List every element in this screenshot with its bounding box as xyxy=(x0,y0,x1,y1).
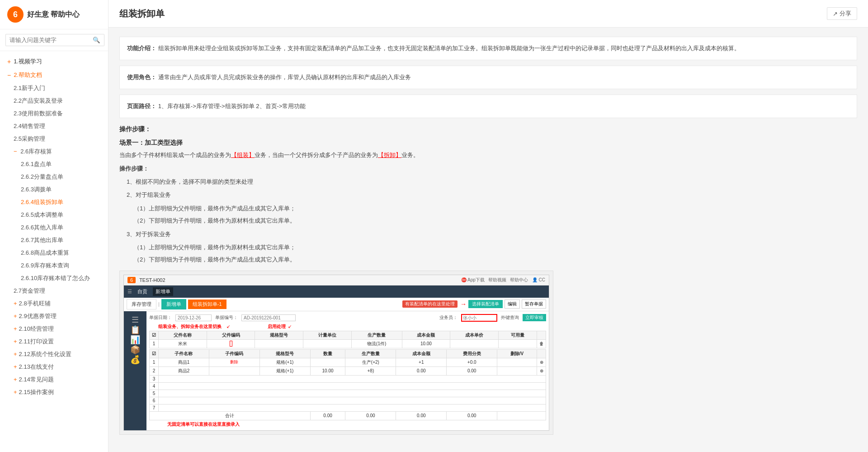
sidebar-item-purchase[interactable]: 2.5采购管理 xyxy=(14,133,108,145)
col-child-del: 删除/V xyxy=(497,349,537,358)
ss-body: ☰📋📊📦💰 单据日期： 单据编号： 业务员： xyxy=(124,311,549,430)
sidebar-item-sales[interactable]: 2.4销售管理 xyxy=(14,120,108,133)
col-unit: 计量单位 xyxy=(303,331,352,339)
table-row: 3 xyxy=(150,375,546,382)
sidebar-item-assembly[interactable]: 2.6.4组装拆卸单 xyxy=(21,196,108,209)
table-row: 6 xyxy=(150,397,546,404)
sidebar-item-docs[interactable]: − 2.帮助文档 xyxy=(0,68,108,82)
col-avail: 可用量 xyxy=(499,331,537,339)
sidebar-item-onlinepay[interactable]: +2.13在线支付 xyxy=(14,361,108,373)
col-child-name: 子件名称 xyxy=(159,349,209,358)
col-child-cost: 成本金额 xyxy=(396,349,447,358)
intro-block: 功能介绍： 组装拆卸单用来处理企业组装或拆卸等加工业务，支持有固定装配清单的产品… xyxy=(119,37,857,60)
sidebar: 6 好生意 帮助中心 🔍 + 1.视频学习 − 2.帮助文档 2.1新手入门 2… xyxy=(0,0,108,452)
screenshot-inner: 6 TEST-H002 ⛔ App下载 帮助视频 帮助中心 👤 CC ☰ 自贡 … xyxy=(123,275,549,431)
col-child-code: 子件编码 xyxy=(209,349,259,358)
ss-annotation2: 组装业务、拆卸业务在这里切换 xyxy=(158,324,222,329)
arrow-icon3: ↙ xyxy=(288,324,292,329)
arrow-icon1: → xyxy=(460,300,467,308)
sidebar-item-stockcheck[interactable]: 2.6.1盘点单 xyxy=(21,158,108,171)
path-block: 页面路径： 1、库存核算->库存管理->组装拆卸单 2、首页->常用功能 xyxy=(119,95,857,118)
step3-1: （1）上部明细为父件明细，最终作为原材料生成其它出库单； xyxy=(134,242,857,252)
ss-num-input[interactable] xyxy=(241,314,296,321)
step2: 2、对于组装业务 xyxy=(127,190,857,200)
search-area: 🔍 xyxy=(0,29,108,51)
sidebar-item-ops[interactable]: +2.10经营管理 xyxy=(14,323,108,335)
ss-select-btn[interactable]: 选择装配清单 xyxy=(468,300,503,308)
logo-area: 6 好生意 帮助中心 xyxy=(0,0,108,29)
sidebar-item-costrecalc[interactable]: 2.6.8商品成本重算 xyxy=(21,247,108,259)
ss-logo: 6 xyxy=(127,277,136,283)
share-button[interactable]: ↗ 分享 xyxy=(827,7,857,20)
search-input[interactable] xyxy=(5,34,89,46)
sidebar-item-inventory[interactable]: − 2.6库存核算 xyxy=(14,145,108,158)
col-unitcost: 成本单价 xyxy=(450,331,499,339)
col-spec: 规格型号 xyxy=(255,331,303,339)
search-button[interactable]: 🔍 xyxy=(89,34,104,46)
logo-text: 好生意 帮助中心 xyxy=(27,10,80,19)
col-qty: 生产数量 xyxy=(351,331,402,339)
sidebar-item-finance[interactable]: 2.7资金管理 xyxy=(14,285,108,297)
ss-annotation4: 无固定清单可以直接在这里直接录入 xyxy=(167,421,546,428)
role-block: 使用角色： 通常由生产人员或库管人员完成拆装业务的操作，库管人员确认原材料的出库… xyxy=(119,66,857,89)
ss-assembly-btn[interactable]: 组装拆卸单-1 xyxy=(188,300,226,309)
sidebar-item-cases[interactable]: +2.15操作案例 xyxy=(14,386,108,399)
sidebar-item-print[interactable]: +2.11打印设置 xyxy=(14,335,108,348)
ss-save-btn[interactable]: 暂存单据 xyxy=(522,300,546,309)
ops-steps-label: 操作步骤： xyxy=(119,163,857,174)
col-parent-name: 父件名称 xyxy=(159,331,207,339)
table-row: 1 米米 物流(1件) 10.00 🗑 xyxy=(150,339,546,348)
arrow-icon2: ↙ xyxy=(226,324,230,329)
sidebar-item-faq[interactable]: +2.14常见问题 xyxy=(14,373,108,386)
plus-icon: + xyxy=(7,58,11,65)
ss-tab-new[interactable]: 新增单 xyxy=(161,299,186,309)
ss-sidebar-icons: ☰📋📊📦💰 xyxy=(124,315,146,365)
ss-edit-btn[interactable]: 编辑 xyxy=(505,300,520,309)
col-check: ☑ xyxy=(150,331,159,339)
minus-icon-inventory: − xyxy=(14,148,17,155)
col-action xyxy=(537,331,546,339)
inventory-submenu: 2.6.1盘点单 2.6.2分量盘点单 2.6.3调拨单 2.6.4组装拆卸单 … xyxy=(14,158,108,285)
sidebar-item-personalize[interactable]: +2.12系统个性化设置 xyxy=(14,348,108,361)
docs-submenu: 2.1新手入门 2.2产品安装及登录 2.3使用前数据准备 2.4销售管理 2.… xyxy=(0,82,108,399)
sidebar-item-transfer[interactable]: 2.6.3调拨单 xyxy=(21,183,108,196)
ss-nav-new[interactable]: 新增单 xyxy=(153,287,173,296)
ss-nav-icon: ☰ xyxy=(127,289,132,295)
main-area: 组装拆卸单 ↗ 分享 功能介绍： 组装拆卸单用来处理企业组装或拆卸等加工业务，支… xyxy=(108,0,868,452)
ss-confirm-btn[interactable]: 立即审核 xyxy=(523,314,546,321)
sidebar-item-video[interactable]: + 1.视频学习 xyxy=(0,55,108,68)
sidebar-item-ledger[interactable]: 2.6.9库存账本查询 xyxy=(21,259,108,272)
sidebar-item-outbound[interactable]: 2.6.7其他出库单 xyxy=(21,234,108,247)
ss-date-input[interactable] xyxy=(175,314,212,321)
ss-date-label: 单据日期： xyxy=(149,314,172,321)
scene1-label: 场景一：加工类型选择 xyxy=(119,139,857,147)
step3-2: （2）下部明细为子件明细，最终作为产成品生成其它入库单。 xyxy=(134,254,857,265)
ss-divider: | xyxy=(158,301,160,307)
sidebar-item-mobile[interactable]: +2.8手机旺辅 xyxy=(14,297,108,310)
ss-parent-table: ☑ 父件名称 父件编码 规格型号 计量单位 生产数量 成本金额 成本单价 可用量 xyxy=(149,331,546,348)
sidebar-item-costadj[interactable]: 2.6.5成本调整单 xyxy=(21,209,108,221)
sidebar-item-dataprep[interactable]: 2.3使用前数据准备 xyxy=(14,107,108,120)
col-child-spec: 规格型号 xyxy=(259,349,310,358)
ss-toolbar: 库存管理 | 新增单 组装拆卸单-1 有装配清单的在这里处理 → 选择装配清单 … xyxy=(124,298,549,311)
ss-tab-inventory[interactable]: 库存管理 xyxy=(127,299,156,309)
ss-person-input[interactable] xyxy=(461,314,497,322)
col-child-category: 费用分类 xyxy=(447,349,497,358)
sidebar-item-install[interactable]: 2.2产品安装及登录 xyxy=(14,95,108,107)
ss-annotation-row: 组装业务、拆卸业务在这里切换 ↙ 启用处理 ↙ xyxy=(149,324,546,330)
ss-appid: TEST-H002 xyxy=(139,277,165,283)
sidebar-item-inbound[interactable]: 2.6.6其他入库单 xyxy=(21,221,108,234)
role-text: 通常由生产人员或库管人员完成拆装业务的操作，库管人员确认原材料的出库和产成品的入… xyxy=(158,74,411,81)
logo-icon: 6 xyxy=(7,6,24,23)
ss-annotation1: 有装配清单的在这里处理 xyxy=(402,300,458,308)
share-icon: ↗ xyxy=(833,10,838,17)
disassembly-term: 【拆卸】 xyxy=(378,152,401,158)
sidebar-item-stockcheck2[interactable]: 2.6.2分量盘点单 xyxy=(21,171,108,183)
page-title: 组装拆卸单 xyxy=(119,8,165,20)
sidebar-item-newbie[interactable]: 2.1新手入门 xyxy=(14,82,108,95)
sidebar-item-coupon[interactable]: +2.9优惠券管理 xyxy=(14,310,108,323)
col-child-qty: 数量 xyxy=(310,349,345,358)
step2-1: （1）上部明细为父件明细，最终作为产成品生成其它入库单； xyxy=(134,203,857,214)
sidebar-item-ledgererr[interactable]: 2.6.10库存账本错了怎么办 xyxy=(21,272,108,285)
path-text: 1、库存核算->库存管理->组装拆卸单 2、首页->常用功能 xyxy=(158,103,306,109)
